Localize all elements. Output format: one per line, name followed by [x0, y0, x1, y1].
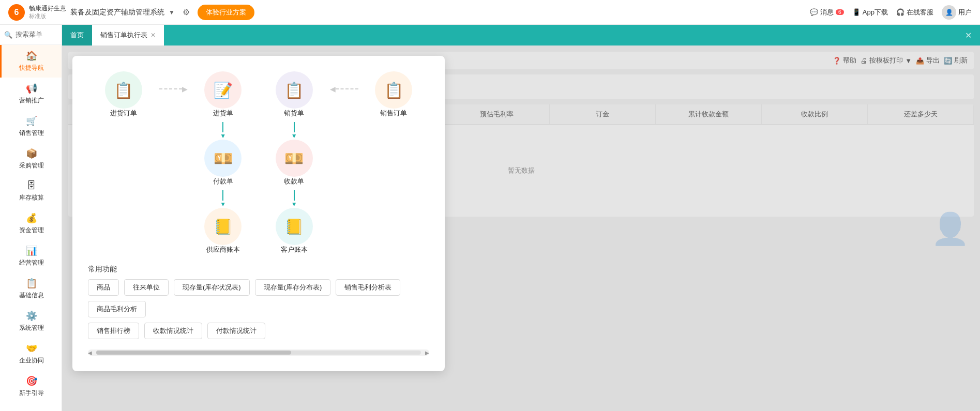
common-functions-area: 常用功能 商品 往来单位 现存量(库存状况表) 现存量(库存分布表) 销售毛利分… [88, 265, 429, 339]
arrow-jinhuo-order-to-dan: ▶ [159, 85, 188, 93]
cf-btn-payment-stats[interactable]: 付款情况统计 [207, 323, 265, 339]
node-jinhuo-dan[interactable]: 📝 进货单 [188, 71, 259, 118]
sidebar-item-purchase[interactable]: 📦 采购管理 [0, 143, 62, 175]
kehu-icon: 📒 [276, 208, 313, 245]
flow-row-3: 📒 供应商账本 📒 客户账本 [88, 208, 429, 254]
page-content: ❓ 帮助 🖨 按模板打印 ▼ 📤 导出 🔄 刷新 [62, 45, 980, 411]
app-download-btn[interactable]: 📱 App下载 [852, 8, 888, 17]
logo-area: 6 畅康通好生意 标准版 [8, 4, 70, 21]
search-menu-btn[interactable]: 🔍 搜索菜单 [0, 25, 62, 45]
app-icon: 📱 [852, 8, 861, 16]
system-dropdown-btn[interactable]: ▼ [169, 9, 175, 16]
flow-row-1: 📋 进货订单 ▶ 📝 进货单 [88, 71, 429, 118]
home-icon: 🏠 [26, 50, 37, 62]
common-functions-title: 常用功能 [88, 265, 429, 274]
down-arrow-fukuan: ▼ [188, 190, 259, 208]
tab-bar: 首页 销售订单执行表 ✕ ✕ [62, 25, 980, 45]
node-gongyingshang[interactable]: 📒 供应商账本 [188, 208, 259, 254]
sidebar-item-basic-info[interactable]: 📋 基础信息 [0, 272, 62, 305]
finance-icon: 💰 [26, 212, 37, 224]
scroll-left-arrow[interactable]: ◀ [88, 350, 92, 356]
content-area: 首页 销售订单执行表 ✕ ✕ ❓ 帮助 🖨 按模板打印 [62, 25, 980, 411]
online-service-btn[interactable]: 🎧 在线客服 [896, 8, 933, 17]
popup-box: 📋 进货订单 ▶ 📝 进货单 [72, 56, 445, 371]
tab-close-btn[interactable]: ✕ [150, 32, 156, 39]
bg-decoration: 👤 [931, 210, 970, 247]
cf-btn-sales-profit[interactable]: 销售毛利分析表 [336, 279, 400, 296]
v-line-shoukuan [294, 190, 295, 201]
top-header: 6 畅康通好生意 标准版 装备及固定资产辅助管理系统 ▼ ⚙ 体验行业方案 💬 … [0, 0, 980, 25]
cf-buttons-row1: 商品 往来单位 现存量(库存状况表) 现存量(库存分布表) 销售毛利分析表 商品… [88, 279, 429, 317]
cf-btn-product-profit[interactable]: 商品毛利分析 [88, 301, 146, 317]
sidebar-item-finance[interactable]: 💰 资金管理 [0, 207, 62, 240]
operations-icon: 📊 [26, 245, 37, 256]
down-arrow-shoukuan: ▼ [259, 190, 330, 208]
flow-row-2: 💴 付款单 💴 收款单 [88, 140, 429, 186]
search-icon: 🔍 [4, 31, 12, 39]
cooperation-icon: 🤝 [26, 343, 37, 354]
sidebar: 🔍 搜索菜单 🏠 快捷导航 📢 营销推广 🛒 销售管理 📦 采购管理 🗄 库存核… [0, 25, 62, 411]
cf-btn-sales-rank[interactable]: 销售排行榜 [88, 323, 139, 339]
down-arrow-jinhuo: ▼ [188, 122, 259, 140]
node-shoukuan-dan[interactable]: 💴 收款单 [259, 140, 330, 186]
tab-home[interactable]: 首页 [62, 25, 92, 45]
gongyingshang-icon: 📒 [204, 208, 242, 245]
main-layout: 🔍 搜索菜单 🏠 快捷导航 📢 营销推广 🛒 销售管理 📦 采购管理 🗄 库存核… [0, 25, 980, 411]
flow-row-arrows-1: ▼ ▼ [88, 122, 429, 140]
node-xiaohuo-order[interactable]: 📋 销售订单 [358, 71, 430, 118]
sidebar-item-inventory[interactable]: 🗄 库存核算 [0, 175, 62, 207]
sidebar-item-quick-nav[interactable]: 🏠 快捷导航 [0, 45, 62, 78]
cf-btn-receipt-stats[interactable]: 收款情况统计 [144, 323, 202, 339]
v-arrow-jinhuo: ▼ [220, 132, 226, 140]
user-btn[interactable]: 👤 用户 [942, 5, 972, 20]
basic-info-icon: 📋 [26, 278, 37, 289]
tab-close-all-btn[interactable]: ✕ [957, 31, 980, 40]
inventory-icon: 🗄 [27, 180, 36, 191]
node-fukuan-dan[interactable]: 💴 付款单 [188, 140, 259, 186]
system-icon: ⚙️ [26, 310, 37, 322]
node-kehu[interactable]: 📒 客户账本 [259, 208, 330, 254]
sidebar-item-beginner[interactable]: 🎯 新手引导 [0, 370, 62, 403]
flow-diagram: 📋 进货订单 ▶ 📝 进货单 [88, 71, 429, 260]
xiaohuo-order-icon: 📋 [375, 71, 412, 109]
header-right: 💬 消息 6 📱 App下载 🎧 在线客服 👤 用户 [810, 5, 972, 20]
jinhuo-order-icon: 📋 [105, 71, 142, 109]
message-btn[interactable]: 💬 消息 6 [810, 8, 844, 17]
sidebar-item-operations[interactable]: 📊 经营管理 [0, 240, 62, 272]
sidebar-item-system[interactable]: ⚙️ 系统管理 [0, 305, 62, 338]
tab-sales-order-exec[interactable]: 销售订单执行表 ✕ [92, 25, 164, 45]
sidebar-item-cooperation[interactable]: 🤝 企业协同 [0, 338, 62, 370]
user-avatar: 👤 [942, 5, 956, 20]
fukuan-dan-icon: 💴 [204, 140, 242, 177]
scrollbar-track [96, 351, 421, 355]
service-icon: 🎧 [896, 8, 904, 16]
message-badge: 6 [836, 9, 844, 15]
v-line-xiaohuo [294, 122, 295, 132]
shoukuan-dan-icon: 💴 [276, 140, 313, 177]
scrollbar-thumb [96, 351, 291, 355]
settings-btn[interactable]: ⚙ [179, 5, 193, 20]
v-arrow-xiaohuo: ▼ [291, 132, 297, 140]
beginner-icon: 🎯 [26, 375, 37, 387]
cf-btn-stock-status[interactable]: 现存量(库存状况表) [174, 279, 250, 296]
node-jinhuo-order[interactable]: 📋 进货订单 [88, 71, 159, 118]
experience-btn[interactable]: 体验行业方案 [198, 5, 254, 20]
arrow-xiaohuo-order-to-dan: ◀ [330, 85, 358, 93]
scroll-right-arrow[interactable]: ▶ [425, 350, 429, 356]
system-title-area: 装备及固定资产辅助管理系统 ▼ ⚙ 体验行业方案 [70, 5, 810, 20]
cf-btn-product[interactable]: 商品 [88, 279, 119, 296]
jinhuo-dan-icon: 📝 [204, 71, 242, 109]
v-arrow-shoukuan: ▼ [291, 201, 297, 208]
system-name: 装备及固定资产辅助管理系统 [70, 8, 164, 17]
down-arrow-xiaohuo: ▼ [259, 122, 330, 140]
sidebar-item-marketing[interactable]: 📢 营销推广 [0, 78, 62, 110]
node-xiaohuo-dan[interactable]: 📋 销货单 [259, 71, 330, 118]
cf-btn-stock-dist[interactable]: 现存量(库存分布表) [255, 279, 331, 296]
flow-row-arrows-2: ▼ ▼ [88, 190, 429, 208]
popup-overlay: 📋 进货订单 ▶ 📝 进货单 [62, 45, 980, 411]
popup-scrollbar[interactable]: ◀ ▶ [88, 349, 429, 356]
sidebar-item-sales[interactable]: 🛒 销售管理 [0, 110, 62, 143]
v-line-fukuan [222, 190, 223, 201]
cf-btn-partner[interactable]: 往来单位 [124, 279, 169, 296]
logo-text: 畅康通好生意 标准版 [29, 5, 66, 20]
